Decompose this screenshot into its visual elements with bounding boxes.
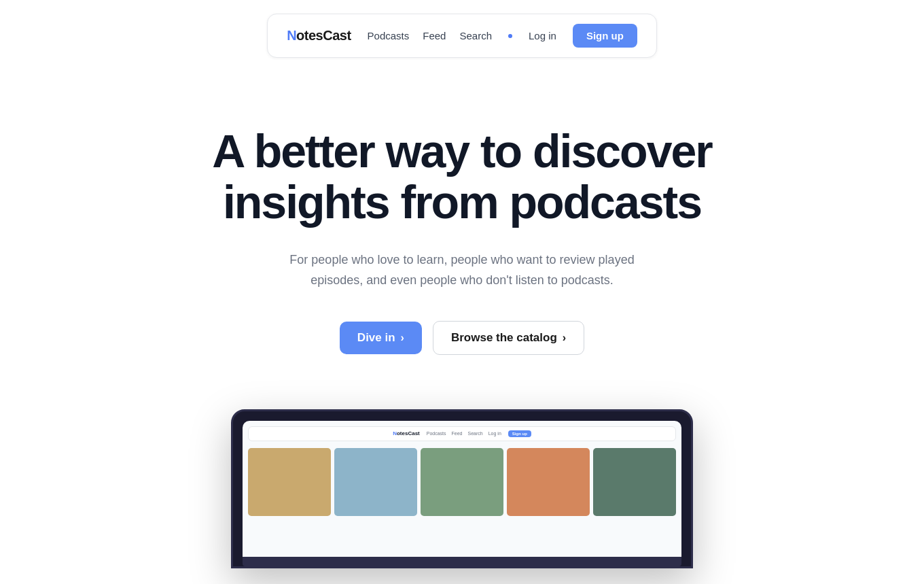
browse-catalog-label: Browse the catalog xyxy=(451,331,557,345)
hero-buttons: Dive in › Browse the catalog › xyxy=(340,321,584,355)
dive-in-button[interactable]: Dive in › xyxy=(340,322,422,354)
screen-logo-blue: N xyxy=(393,430,397,436)
screen-podcasts-link: Podcasts xyxy=(427,431,446,436)
screen-logo: NotesCast xyxy=(393,430,420,436)
nav-dot-indicator xyxy=(508,34,512,38)
screen-signup-btn: Sign up xyxy=(508,430,531,437)
screen-card-5 xyxy=(593,448,676,516)
laptop-screen: NotesCast Podcasts Feed Search Log in Si… xyxy=(243,421,681,557)
nav-search-link[interactable]: Search xyxy=(459,30,492,41)
hero-section: A better way to discover insights from p… xyxy=(0,71,924,396)
login-link[interactable]: Log in xyxy=(529,30,556,41)
laptop-frame: NotesCast Podcasts Feed Search Log in Si… xyxy=(231,409,693,568)
laptop-base xyxy=(243,557,681,566)
chevron-right-icon: › xyxy=(401,332,404,344)
screen-login-link: Log in xyxy=(488,431,501,436)
screen-card-2 xyxy=(334,448,417,516)
screen-feed-link: Feed xyxy=(452,431,463,436)
screen-card-1 xyxy=(248,448,331,516)
nav-podcasts-link[interactable]: Podcasts xyxy=(368,30,410,41)
screen-card-3 xyxy=(421,448,503,516)
browse-catalog-button[interactable]: Browse the catalog › xyxy=(433,321,584,355)
navbar: NotesCast Podcasts Feed Search Log in Si… xyxy=(267,14,657,58)
hero-title: A better way to discover insights from p… xyxy=(156,126,768,228)
logo-blue-letter: N xyxy=(287,28,296,43)
screen-search-link: Search xyxy=(468,431,483,436)
logo-text: otesCast xyxy=(296,28,351,43)
screen-podcast-cards xyxy=(248,445,676,519)
screen-navbar: NotesCast Podcasts Feed Search Log in Si… xyxy=(248,426,676,441)
screen-card-4 xyxy=(507,448,590,516)
navbar-wrapper: NotesCast Podcasts Feed Search Log in Si… xyxy=(0,0,924,71)
screen-nav-links: Podcasts Feed Search Log in xyxy=(427,431,501,436)
chevron-right-icon-2: › xyxy=(563,332,566,344)
nav-links: Podcasts Feed Search xyxy=(368,30,492,42)
screen-inner: NotesCast Podcasts Feed Search Log in Si… xyxy=(243,421,681,524)
signup-button[interactable]: Sign up xyxy=(573,24,637,48)
hero-subtitle: For people who love to learn, people who… xyxy=(285,250,639,291)
nav-feed-link[interactable]: Feed xyxy=(423,30,446,41)
laptop-preview-section: NotesCast Podcasts Feed Search Log in Si… xyxy=(0,396,924,568)
dive-in-label: Dive in xyxy=(357,331,395,345)
site-logo[interactable]: NotesCast xyxy=(287,28,351,44)
